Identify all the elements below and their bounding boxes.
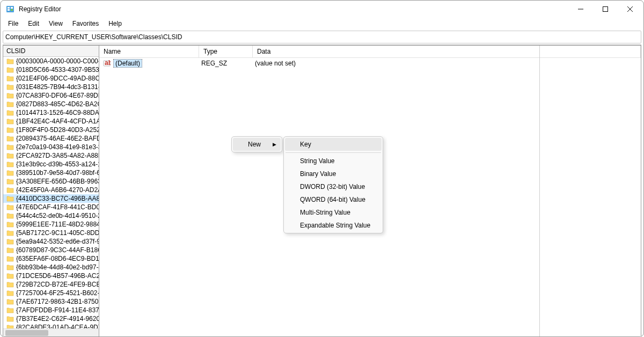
tree-item[interactable]: {4410DC33-BC7C-496B-AA84-4AE [3,194,99,203]
tree-item[interactable]: {7B37E4E2-C62F-4914-9620-8FB50 [3,314,99,323]
close-button[interactable] [618,1,642,18]
tree-item-label: {0827D883-485C-4D62-BA2C-A33. [16,100,99,108]
tree-item-label: {031E4825-7B94-4dc3-B131-E946B [16,83,99,91]
menu-favorites[interactable]: Favorites [68,19,103,28]
tree-item[interactable]: {635EFA6F-08D6-4EC9-BD14-8A0F [3,254,99,263]
svg-rect-4 [11,9,13,11]
tree-item-label: {71DCE5D6-4B57-496B-AC21-CD5 [16,272,99,280]
tree-item[interactable]: {77257004-6F25-4521-B602-50ECC [3,289,99,297]
ctx-separator [286,152,381,153]
tree-item[interactable]: {71DCE5D6-4B57-496B-AC21-CD5 [3,272,99,280]
tree-item[interactable]: {5AB7172C-9C11-405C-8DD5-AF2 [3,229,99,237]
tree-item-label: {2e7c0a19-0438-41e9-81e3-3ad3d [16,143,99,151]
context-menu-submenu: Key String Value Binary Value DWORD (32-… [283,136,383,233]
tree-item-label: {3A308EFE-656D-46BB-9963-0A41 [16,178,99,185]
ctx-string-value[interactable]: String Value [285,155,382,167]
tree-item-label: {60789D87-9C3C-44AF-B18C-3DE. [16,246,99,254]
column-type-header[interactable]: Type [199,46,253,57]
svg-rect-2 [8,9,10,11]
tree-item-label: {1F80F4F0-5D28-40D3-A252-4D36 [16,126,99,134]
value-name: (Default) [113,59,201,68]
tree-item-label: {20894375-46AE-46E2-BAFD-CB38 [16,135,99,142]
column-name-header[interactable]: Name [99,46,199,57]
ctx-new[interactable]: New ▶ [233,138,281,151]
tree-item[interactable]: {2FCA927D-3A85-4A82-A88F-7728 [3,151,99,160]
tree-item[interactable]: {0003000A-0000-0000-C000-0000C [3,57,99,65]
tree-item[interactable]: {20894375-46AE-46E2-BAFD-CB38 [3,134,99,143]
tree-item-label: {5999E1EE-711E-48D2-9884-851A7 [16,221,99,228]
value-row[interactable]: ab (Default) REG_SZ (value not set) [99,58,641,69]
tree-hscrollbar[interactable] [3,328,99,337]
values-body[interactable]: ab (Default) REG_SZ (value not set) [99,58,641,69]
tree-item-label: {4410DC33-BC7C-496B-AA84-4AE [16,195,99,202]
tree-item[interactable]: {60789D87-9C3C-44AF-B18C-3DE. [3,246,99,254]
tree-item[interactable]: {10144713-1526-46C9-88DA-1FB5. [3,108,99,117]
tree-item-label: {544c4c52-de0b-4d14-9510-21745 [16,212,99,219]
menu-view[interactable]: View [45,19,67,28]
address-bar[interactable]: Computer\HKEY_CURRENT_USER\Software\Clas… [3,31,641,43]
address-text: Computer\HKEY_CURRENT_USER\Software\Clas… [5,33,182,41]
minimize-button[interactable] [568,1,593,18]
tree-item[interactable]: {42E45F0A-A6B6-4270-AD2A-13B [3,186,99,194]
svg-rect-3 [11,7,13,9]
value-data: (value not set) [255,60,638,67]
values-header: Name Type Data [99,46,641,58]
tree-item-label: {77257004-6F25-4521-B602-50ECC [16,289,99,297]
ctx-dword-value[interactable]: DWORD (32-bit) Value [285,180,382,193]
tree-item[interactable]: {389510b7-9e58-40d7-98bf-60b91 [3,169,99,177]
tree-item[interactable]: {7AFDFDDB-F914-11E4-8377-6C3E [3,306,99,314]
tree-item[interactable]: {1BF42E4C-4AF4-4CFD-A1A0-CF2 [3,117,99,126]
ctx-key[interactable]: Key [285,138,382,151]
tree-root-label[interactable]: CLSID [3,46,99,57]
window-title: Registry Editor [19,5,568,13]
svg-text:ab: ab [105,60,111,67]
tree-item[interactable]: {544c4c52-de0b-4d14-9510-21745 [3,211,99,220]
svg-rect-1 [8,7,10,9]
menu-file[interactable]: File [4,19,23,28]
tree-item-label: {07CA83F0-DF06-4E67-89DD-E809 [16,92,99,99]
ctx-binary-value[interactable]: Binary Value [285,167,382,180]
tree-item-label: {6bb93b4e-44d8-40e2-bd97-42db [16,263,99,271]
tree-item[interactable]: {018D5C66-4533-4307-9B53-224DI [3,65,99,74]
maximize-button[interactable] [593,1,618,18]
tree-item-label: {2FCA927D-3A85-4A82-A88F-7728 [16,152,99,159]
tree-item-label: {7AE67172-9863-42B1-8750-2B850 [16,298,99,305]
titlebar: Registry Editor [1,1,643,18]
tree-body[interactable]: {0003000A-0000-0000-C000-0000C{018D5C66-… [3,57,99,329]
ctx-multi-string-value[interactable]: Multi-String Value [285,206,382,219]
tree-item[interactable]: {0827D883-485C-4D62-BA2C-A33. [3,100,99,108]
tree-item[interactable]: {07CA83F0-DF06-4E67-89DD-E809 [3,91,99,100]
tree-item[interactable]: {031E4825-7B94-4dc3-B131-E946B [3,83,99,91]
tree-item-label: {018D5C66-4533-4307-9B53-224DI [16,66,99,74]
tree-item[interactable]: {6bb93b4e-44d8-40e2-bd97-42db [3,263,99,272]
column-data-header[interactable]: Data [253,46,641,57]
tree-item[interactable]: {3A308EFE-656D-46BB-9963-0A41 [3,177,99,186]
tree-item[interactable]: {021E4F06-9DCC-49AD-88CF-ECC [3,74,99,83]
menubar: File Edit View Favorites Help [1,18,643,30]
tree-item[interactable]: {31e3b9cc-d39b-4553-a124-13c6b [3,160,99,169]
tree-item[interactable]: {47E6DCAF-41F8-441C-BD0E-A50I [3,203,99,211]
tree-item[interactable]: {5999E1EE-711E-48D2-9884-851A7 [3,220,99,229]
tree-hscroll-thumb[interactable] [5,330,48,336]
panel-divider [539,46,540,337]
ctx-expandable-string-value[interactable]: Expandable String Value [285,219,382,232]
ctx-qword-value[interactable]: QWORD (64-bit) Value [285,193,382,206]
tree-item[interactable]: {2e7c0a19-0438-41e9-81e3-3ad3d [3,143,99,151]
tree-item[interactable]: {5ea9a442-5352-ed6e-d37f-9d511- [3,237,99,246]
ctx-new-label: New [248,141,261,148]
tree-item-label: {31e3b9cc-d39b-4553-a124-13c6b [16,160,99,168]
tree-item[interactable]: {729B72CD-B72E-4FE9-BCBF-E954 [3,280,99,289]
tree-item-label: {47E6DCAF-41F8-441C-BD0E-A50I [16,203,99,211]
tree-item[interactable]: {1F80F4F0-5D28-40D3-A252-4D36 [3,126,99,134]
menu-help[interactable]: Help [104,19,126,28]
menu-edit[interactable]: Edit [24,19,43,28]
tree-item-label: {10144713-1526-46C9-88DA-1FB5. [16,109,99,116]
tree-item-label: {729B72CD-B72E-4FE9-BCBF-E954 [16,281,99,288]
tree-item-label: {5ea9a442-5352-ed6e-d37f-9d511- [16,238,99,245]
tree-item-label: {635EFA6F-08D6-4EC9-BD14-8A0F [16,255,99,262]
string-value-icon: ab [103,60,111,67]
tree-item[interactable]: {7AE67172-9863-42B1-8750-2B850 [3,297,99,306]
context-menu-primary: New ▶ [231,136,282,152]
window-controls [568,1,642,18]
value-type: REG_SZ [201,60,255,67]
